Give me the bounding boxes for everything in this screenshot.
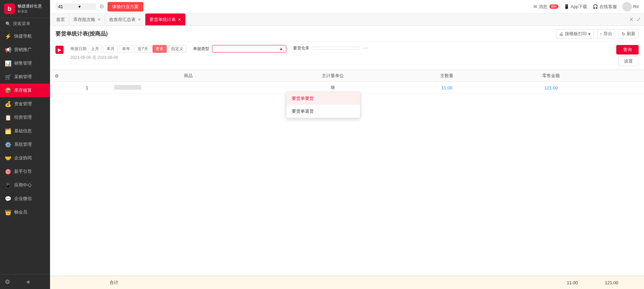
row-1-amount: 121.00 <box>494 82 608 94</box>
enterprise-icon: 🤝 <box>5 155 11 161</box>
page-header-actions: 🖨 按模板打印 ▾ ↑ 导出 ↻ 刷新 <box>556 29 639 39</box>
filter-settings-button[interactable]: 设置 <box>618 57 639 66</box>
gear-icon[interactable]: ⚙ <box>99 3 104 10</box>
sidebar-label-appcenter: 应用中心 <box>14 182 32 188</box>
trial-button[interactable]: 体验行业方案 <box>108 2 143 12</box>
tab-count-area[interactable]: ▾ <box>55 3 96 10</box>
sidebar-item-appcenter[interactable]: 📱 应用中心 <box>0 178 50 192</box>
member-icon: 👑 <box>5 209 11 216</box>
sidebar-item-sales[interactable]: 📊 销售管理 <box>0 57 50 70</box>
sidebar-label-finance: 资金管理 <box>14 101 32 107</box>
sidebar-item-guide[interactable]: 🎯 新手引导 <box>0 165 50 178</box>
row-1-product <box>110 82 266 94</box>
wechat-icon: 💬 <box>5 195 11 202</box>
type-label: 单据类型 <box>193 46 209 52</box>
export-button[interactable]: ↑ 导出 <box>597 29 616 39</box>
tab-receivable[interactable]: 收发存汇总表 ✕ <box>105 14 145 25</box>
type-dropdown-menu: 要货单要货 要货单退货 <box>286 92 360 118</box>
sidebar-item-basic[interactable]: 🗂️ 基础信息 <box>0 124 50 138</box>
date-btn-more[interactable]: 更多 <box>152 45 167 53</box>
tab-bar-actions: ✕ ⤢ <box>629 16 641 23</box>
sidebar-item-member[interactable]: 👑 畅会员 <box>0 205 50 219</box>
tab-expand-icon[interactable]: ⤢ <box>636 16 641 23</box>
table-header-row: ⚙ 商品 主计量单位 主数量 零售金额 <box>50 70 644 82</box>
sidebar-logo: b 畅捷通好生意 标准版 <box>0 0 50 18</box>
print-icon: 🖨 <box>559 31 564 37</box>
filter-expand-button[interactable]: ▶ <box>55 46 64 54</box>
tab-order-stat[interactable]: 要货单统计表 ✕ <box>145 14 186 25</box>
tab-batch[interactable]: 库存批次账 ✕ <box>69 14 105 25</box>
type-caret-up-icon[interactable]: ▲ <box>279 46 283 51</box>
sidebar-item-marketing[interactable]: 📢 营销推广 <box>0 43 50 57</box>
sidebar-footer: ⚙ ◀ <box>0 274 50 289</box>
sidebar: b 畅捷通好生意 标准版 🔍 搜索菜单 ⚡ 快捷导航 📢 营销推广 📊 销售管理… <box>0 0 50 289</box>
guide-icon: 🎯 <box>5 168 11 175</box>
row-1-quantity-link[interactable]: 11.00 <box>442 85 453 90</box>
sales-icon: 📊 <box>5 60 11 67</box>
date-btn-year[interactable]: 本年 <box>119 45 133 53</box>
date-btn-7days[interactable]: 近7天 <box>135 45 151 53</box>
main-area: ▾ ⚙ 体验行业方案 ✉ 消息 99+ 📱 App下载 🎧 在线客服 Rit <box>50 0 644 289</box>
sidebar-item-system[interactable]: ⚙️ 系统管理 <box>0 138 50 151</box>
col-quantity: 主数量 <box>400 70 494 82</box>
dropdown-item-return[interactable]: 要货单退货 <box>286 105 360 118</box>
shortcut-icon: ⚡ <box>5 33 11 40</box>
date-btn-last-month[interactable]: 上月 <box>88 45 102 53</box>
tab-count-input[interactable] <box>58 4 78 9</box>
export-icon: ↑ <box>600 31 602 37</box>
chevron-down-icon[interactable]: ▾ <box>78 4 81 9</box>
app-download-button[interactable]: 📱 App下载 <box>564 4 587 10</box>
purchase-icon: 🛒 <box>5 73 11 80</box>
download-icon: 📱 <box>564 4 569 9</box>
type-select-box[interactable]: ▲ <box>212 45 286 52</box>
collapse-button[interactable]: ◀ <box>10 278 45 286</box>
tab-home[interactable]: 首页 <box>53 14 69 25</box>
col-amount: 零售金额 <box>494 70 608 82</box>
online-service-button[interactable]: 🎧 在线客服 <box>593 4 617 10</box>
sidebar-item-inventory[interactable]: 📦 库存核算 <box>0 84 50 97</box>
tab-receivable-close-icon[interactable]: ✕ <box>138 17 141 22</box>
sidebar-label-basic: 基础信息 <box>14 128 32 134</box>
topbar-left: ▾ ⚙ 体验行业方案 <box>55 2 533 12</box>
chevron-down-icon[interactable]: ▾ <box>588 31 591 37</box>
sidebar-item-wechat[interactable]: 💬 企业微信 <box>0 192 50 205</box>
appcenter-icon: 📱 <box>5 182 11 188</box>
topbar-right: ✉ 消息 99+ 📱 App下载 🎧 在线客服 Rit <box>533 2 639 12</box>
headset-icon: 🎧 <box>593 4 598 9</box>
sidebar-item-finance[interactable]: 💰 资金管理 <box>0 97 50 111</box>
message-button[interactable]: ✉ 消息 99+ <box>533 4 558 10</box>
search-menu[interactable]: 🔍 搜索菜单 <box>0 18 50 29</box>
tab-close-window-icon[interactable]: ✕ <box>629 16 634 23</box>
sidebar-item-enterprise[interactable]: 🤝 企业协同 <box>0 151 50 165</box>
tab-order-stat-close-icon[interactable]: ✕ <box>178 17 181 22</box>
dropdown-item-order[interactable]: 要货单要货 <box>286 92 360 105</box>
tab-home-label: 首页 <box>56 17 65 23</box>
app-download-label: App下载 <box>571 4 587 10</box>
col-settings[interactable]: ⚙ <box>50 70 64 82</box>
filter-type-row: 单据类型 ▲ <box>193 45 286 52</box>
sidebar-label-enterprise: 企业协同 <box>14 155 32 161</box>
refresh-button[interactable]: ↻ 刷新 <box>619 29 639 39</box>
sidebar-item-purchase[interactable]: 🛒 采购管理 <box>0 70 50 84</box>
print-template-button[interactable]: 🖨 按模板打印 ▾ <box>556 29 594 39</box>
date-btn-current-month[interactable]: 本月 <box>103 45 118 53</box>
row-1-amount-link[interactable]: 121.00 <box>544 85 558 90</box>
warehouse-input[interactable] <box>312 47 359 49</box>
export-label: 导出 <box>603 31 612 37</box>
sidebar-item-operation[interactable]: 📋 经营管理 <box>0 111 50 124</box>
warehouse-more-icon[interactable]: ··· <box>363 45 368 51</box>
date-btn-custom[interactable]: 自定义 <box>168 45 186 53</box>
sidebar-label-purchase: 采购管理 <box>14 74 32 80</box>
total-label: 合计 <box>110 280 118 286</box>
search-menu-label: 搜索菜单 <box>13 21 30 27</box>
page-header: 要货单统计表(按商品) 🖨 按模板打印 ▾ ↑ 导出 ↻ 刷新 <box>50 26 644 42</box>
page-title: 要货单统计表(按商品) <box>55 30 108 38</box>
query-button[interactable]: 查询 <box>616 45 639 54</box>
sidebar-item-shortcut[interactable]: ⚡ 快捷导航 <box>0 29 50 43</box>
tab-batch-close-icon[interactable]: ✕ <box>97 17 101 22</box>
settings-icon[interactable]: ⚙ <box>5 278 10 286</box>
avatar-image <box>622 2 632 12</box>
inventory-icon: 📦 <box>5 87 11 94</box>
message-label: 消息 <box>539 4 547 10</box>
user-avatar[interactable]: Rit <box>622 2 639 12</box>
